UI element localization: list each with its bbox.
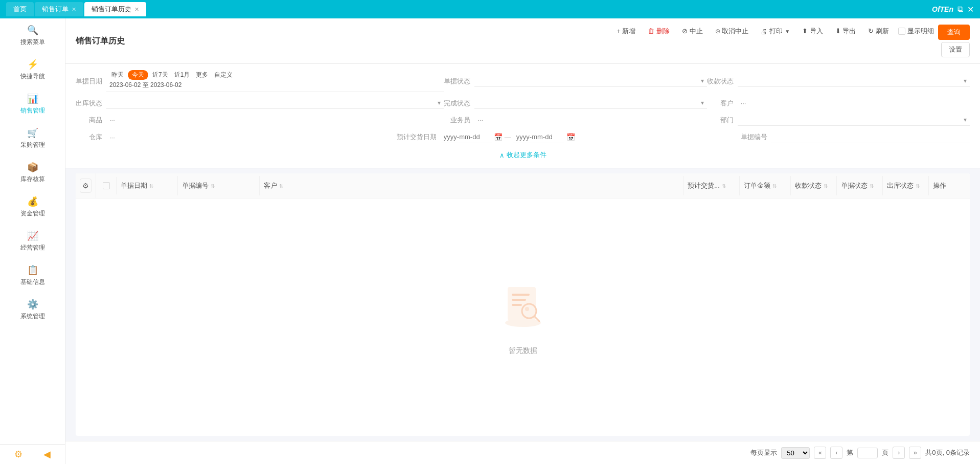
order-number-label: 单据编号 (741, 132, 771, 142)
date-7days-btn[interactable]: 近7天 (150, 70, 170, 80)
collapse-label: 收起更多条件 (507, 150, 546, 160)
delete-button[interactable]: 🗑 删除 (645, 25, 673, 38)
th-outbound[interactable]: 出库状态 ⇅ (883, 176, 929, 195)
next-page-button[interactable]: › (893, 447, 905, 459)
date-yesterday-btn[interactable]: 昨天 (109, 70, 126, 80)
warehouse-dots[interactable]: ··· (106, 131, 118, 143)
sidebar-settings-icon[interactable]: ⚙ (14, 449, 22, 460)
svg-rect-3 (512, 299, 526, 301)
receipt-status-select[interactable]: ▾ (738, 75, 970, 87)
last-page-button[interactable]: » (909, 447, 921, 459)
display-detail-checkbox[interactable]: 显示明细 (898, 27, 934, 36)
import-button[interactable]: ⬆ 导入 (799, 25, 826, 38)
sidebar-collapse-icon[interactable]: ◀ (43, 449, 51, 460)
tab-sales-order-close[interactable]: ✕ (72, 6, 76, 13)
complete-status-select[interactable]: ▾ (474, 97, 706, 109)
select-all-checkbox[interactable] (103, 182, 110, 189)
department-select[interactable]: ▾ (738, 114, 970, 126)
warehouse-label: 仓库 (76, 132, 106, 142)
empty-area: 暂无数据 (76, 198, 970, 436)
order-number-input[interactable] (771, 131, 970, 143)
export-button[interactable]: ⬇ 导出 (832, 25, 859, 38)
tab-home[interactable]: 首页 (6, 2, 34, 16)
date-range-options: 昨天 今天 近7天 近1月 更多 自定义 (109, 70, 441, 80)
order-status-select[interactable]: ▾ (474, 75, 706, 87)
order-status-chevron-icon: ▾ (701, 77, 704, 84)
print-button[interactable]: 🖨 打印 ▼ (758, 25, 793, 38)
tab-sales-order-history[interactable]: 销售订单历史 ✕ (84, 2, 146, 16)
print-chevron-icon: ▼ (785, 29, 790, 34)
sidebar-item-search-menu-label: 搜索菜单 (20, 38, 45, 47)
sidebar-item-sales-mgmt[interactable]: 📊 销售管理 (0, 87, 65, 121)
filter-department: 部门 ▾ (707, 114, 970, 126)
delivery-date-start-input[interactable] (441, 131, 492, 143)
sidebar-item-purchase-mgmt[interactable]: 🛒 采购管理 (0, 121, 65, 156)
th-receipt-sort-icon: ⇅ (824, 183, 828, 189)
new-button[interactable]: + 新增 (613, 25, 639, 38)
outbound-status-select[interactable]: ▾ (106, 97, 444, 109)
th-amount[interactable]: 订单金额 ⇅ (740, 176, 791, 195)
sidebar-item-search-menu[interactable]: 🔍 搜索菜单 (0, 18, 65, 53)
receipt-status-chevron-icon: ▾ (964, 77, 967, 84)
delivery-date-end-input[interactable] (513, 131, 564, 143)
sys-mgmt-icon: ⚙️ (27, 299, 38, 310)
page-prefix: 第 (847, 448, 853, 457)
th-delivery[interactable]: 预计交货... ⇅ (683, 176, 740, 195)
date-1month-btn[interactable]: 近1月 (172, 70, 192, 80)
stop-button[interactable]: ⊘ 中止 (679, 25, 706, 38)
delivery-date-start-calendar-icon[interactable]: 📅 (494, 133, 503, 141)
th-gear: ⚙ (76, 173, 96, 198)
department-label: 部门 (707, 116, 738, 125)
table-gear-button[interactable]: ⚙ (80, 179, 92, 193)
first-page-button[interactable]: « (814, 447, 826, 459)
th-outbound-label: 出库状态 (887, 181, 914, 190)
collapse-link[interactable]: ∧ 收起更多条件 (76, 148, 970, 162)
filter-outbound-status: 出库状态 ▾ (76, 97, 444, 109)
goods-dots[interactable]: ··· (106, 114, 118, 126)
delivery-date-end-calendar-icon[interactable]: 📅 (566, 133, 575, 141)
toolbar: + 新增 🗑 删除 ⊘ 中止 ⊙ 取消中止 🖨 打印 ▼ ⬆ 导入 ⬇ 导出 ↻… (613, 25, 934, 38)
th-customer[interactable]: 客户 ⇅ (260, 176, 683, 195)
sidebar-item-capital-mgmt[interactable]: 💰 资金管理 (0, 190, 65, 224)
display-detail-checkbox-box[interactable] (898, 28, 905, 35)
collapse-up-icon: ∧ (499, 151, 505, 159)
sidebar-item-ops-mgmt[interactable]: 📈 经营管理 (0, 224, 65, 258)
sidebar-item-capital-mgmt-label: 资金管理 (20, 209, 45, 218)
query-button[interactable]: 查询 (938, 25, 970, 40)
filter-row-2: 出库状态 ▾ 完成状态 ▾ 客户 ··· (76, 97, 970, 109)
sidebar-item-ops-mgmt-label: 经营管理 (20, 244, 45, 252)
date-custom-btn[interactable]: 自定义 (212, 70, 235, 80)
prev-page-button[interactable]: ‹ (830, 447, 842, 459)
close-icon[interactable]: ✕ (967, 5, 974, 14)
sidebar-item-inventory[interactable]: 📦 库存核算 (0, 156, 65, 190)
display-detail-label: 显示明细 (907, 27, 934, 36)
th-status[interactable]: 单据状态 ⇅ (837, 176, 883, 195)
complete-status-label: 完成状态 (444, 99, 474, 108)
date-more-btn[interactable]: 更多 (194, 70, 210, 80)
page-size-select[interactable]: 50 10 20 100 (781, 447, 810, 459)
th-number[interactable]: 单据编号 ⇅ (178, 176, 260, 195)
sidebar-item-quick-nav[interactable]: ⚡ 快捷导航 (0, 53, 65, 87)
sidebar-item-sales-mgmt-label: 销售管理 (20, 106, 45, 115)
page-number-input[interactable]: 1 (857, 448, 878, 458)
salesperson-dots[interactable]: ··· (474, 114, 486, 126)
refresh-button[interactable]: ↻ 刷新 (865, 25, 892, 38)
tab-sales-order[interactable]: 销售订单 ✕ (35, 2, 83, 16)
date-today-btn[interactable]: 今天 (128, 70, 148, 80)
setting-button[interactable]: 设置 (941, 42, 970, 57)
filter-row-3: 商品 ··· 业务员 ··· 部门 ▾ (76, 114, 970, 126)
th-date-sort-icon: ⇅ (149, 183, 153, 189)
table-footer: 每页显示 50 10 20 100 « ‹ 第 1 页 › » 共0页, 0条记… (65, 441, 980, 464)
tab-sales-order-history-close[interactable]: ✕ (134, 6, 139, 13)
order-status-label: 单据状态 (444, 77, 474, 86)
sidebar-item-sys-mgmt[interactable]: ⚙️ 系统管理 (0, 293, 65, 327)
outbound-status-label: 出库状态 (76, 99, 106, 108)
cancel-stop-button[interactable]: ⊙ 取消中止 (712, 25, 752, 38)
th-date[interactable]: 单据日期 ⇅ (117, 176, 178, 195)
customer-dots[interactable]: ··· (738, 97, 749, 109)
sidebar-item-basic-info[interactable]: 📋 基础信息 (0, 258, 65, 293)
quick-nav-icon: ⚡ (27, 59, 38, 70)
sidebar: 🔍 搜索菜单 ⚡ 快捷导航 📊 销售管理 🛒 采购管理 📦 库存核算 💰 资金管… (0, 18, 65, 464)
th-receipt[interactable]: 收款状态 ⇅ (791, 176, 837, 195)
restore-icon[interactable]: ⧉ (958, 5, 963, 14)
